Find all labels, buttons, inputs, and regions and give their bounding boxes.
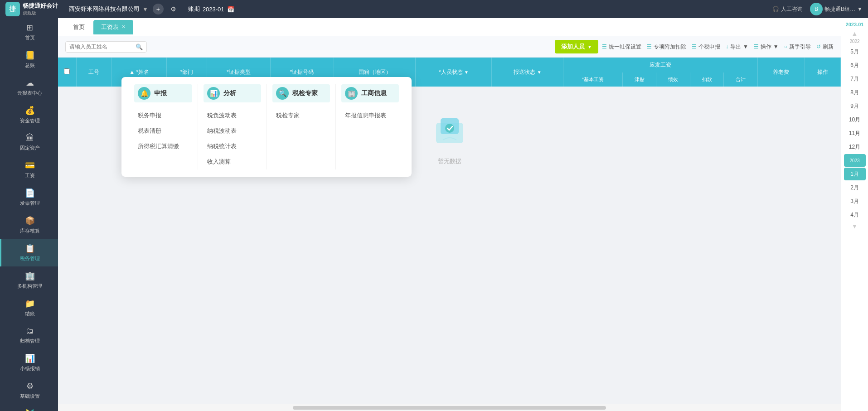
toolbar-actions: ☰ 统一社保设置 ☰ 专项附加扣除 ☰ 个税申报 ↓ <box>602 43 834 51</box>
calendar-icon[interactable]: 📅 <box>227 6 234 13</box>
ledger-icon: 📒 <box>25 50 35 60</box>
sidebar-item-assets[interactable]: 🏛 固定资产 <box>0 129 58 156</box>
settings-icon: ⚙ <box>26 381 34 391</box>
cal-month-11[interactable]: 11月 <box>844 127 866 140</box>
sidebar-item-home[interactable]: ⊞ 首页 <box>0 18 58 46</box>
col-basic-salary: *基本工资 <box>563 73 622 87</box>
operate-button[interactable]: ☰ 操作 ▼ <box>754 43 779 51</box>
headset-icon: 🎧 <box>772 6 779 12</box>
empty-icon <box>432 114 468 150</box>
social-icon: ☰ <box>602 44 607 50</box>
menu-item-税务申报[interactable]: 税务申报 <box>134 108 192 123</box>
sidebar-item-archive[interactable]: 🗂 归档管理 <box>0 322 58 349</box>
special-icon: ☰ <box>647 44 652 50</box>
empty-text: 暂无数据 <box>438 157 461 165</box>
archive-icon: 🗂 <box>26 326 34 336</box>
cal-month-4[interactable]: 4月 <box>844 208 866 221</box>
cloud-icon: ☁ <box>26 78 34 88</box>
support-button[interactable]: 🎧 人工咨询 <box>772 5 803 13</box>
col-allowance: 津贴 <box>622 73 656 87</box>
chevron-down-icon[interactable]: ▼ <box>142 6 148 13</box>
tab-home[interactable]: 首页 <box>65 20 92 34</box>
add-button[interactable]: + <box>153 4 164 15</box>
menu-section-header-申报: 🔔 申报 <box>134 84 192 102</box>
sidebar-item-multi[interactable]: 🏢 多机构管理 <box>0 266 58 294</box>
menu-item-纳税统计表[interactable]: 纳税统计表 <box>204 139 261 154</box>
cal-month-9[interactable]: 9月 <box>844 100 866 112</box>
filter-icon[interactable]: ▼ <box>537 70 542 75</box>
cal-month-8[interactable]: 8月 <box>844 86 866 99</box>
menu-item-收入测算[interactable]: 收入测算 <box>204 154 261 169</box>
tax-report-icon: ☰ <box>692 44 697 50</box>
sidebar: ⊞ 首页 📒 总账 ☁ 云报表中心 💰 资金管理 🏛 固定资产 💳 工资 <box>0 18 58 411</box>
menu-item-税负波动表[interactable]: 税负波动表 <box>204 108 261 123</box>
guide-icon: ○ <box>784 44 787 50</box>
avatar: B <box>810 3 823 15</box>
menu-section-分析: 📊 分析 税负波动表 纳税波动表 纳税统计表 收入测算 <box>198 84 267 169</box>
social-settings-button[interactable]: ☰ 统一社保设置 <box>602 43 641 51</box>
menu-item-所得税汇算清缴[interactable]: 所得税汇算清缴 <box>134 139 192 154</box>
add-person-button[interactable]: 添加人员 ▼ <box>555 40 598 53</box>
cal-month-2[interactable]: 2月 <box>844 181 866 194</box>
cal-month-7[interactable]: 7月 <box>844 73 866 85</box>
toolbar: 🔍 添加人员 ▼ ☰ 统一社保设置 ☰ 专项附加扣除 <box>58 36 841 58</box>
menu-item-税表清册[interactable]: 税表清册 <box>134 123 192 139</box>
sidebar-item-funds[interactable]: 💰 资金管理 <box>0 101 58 129</box>
cal-down-icon[interactable]: ▼ <box>851 222 859 231</box>
scrollbar-thumb[interactable] <box>293 406 606 410</box>
sidebar-item-report[interactable]: 📊 小畅报销 <box>0 349 58 377</box>
filter-icon[interactable]: ▼ <box>464 70 469 75</box>
tax-report-button[interactable]: ☰ 个税申报 <box>692 43 720 51</box>
horizontal-scrollbar[interactable] <box>58 404 841 411</box>
menu-section-header-税检: 🔍 税检专家 <box>272 84 330 102</box>
period-selector[interactable]: 账期 2023-01 📅 <box>188 5 234 13</box>
menu-item-年报信息申报表[interactable]: 年报信息申报表 <box>341 108 399 123</box>
sidebar-item-close[interactable]: 📁 结账 <box>0 294 58 322</box>
home-icon: ⊞ <box>26 23 33 33</box>
col-pension: 养老费 <box>757 58 805 87</box>
menu-section-header-工商: 🏢 工商信息 <box>341 84 399 102</box>
menu-item-纳税波动表[interactable]: 纳税波动表 <box>204 123 261 139</box>
tax-icon: 📋 <box>25 243 35 253</box>
check-all-checkbox[interactable] <box>64 68 70 74</box>
inventory-icon: 📦 <box>25 216 35 226</box>
search-wrap[interactable]: 🔍 <box>65 41 147 53</box>
sidebar-item-tax[interactable]: 📋 税务管理 <box>0 239 58 266</box>
cal-month-3[interactable]: 3月 <box>844 195 866 208</box>
svg-point-2 <box>445 124 454 133</box>
top-actions: 🎧 人工咨询 B 畅捷通B组… ▼ <box>772 3 863 15</box>
guide-button[interactable]: ○ 新手引导 <box>784 43 811 51</box>
special-deduction-button[interactable]: ☰ 专项附加扣除 <box>647 43 686 51</box>
tab-close-icon[interactable]: ✕ <box>121 24 126 30</box>
cal-month-10[interactable]: 10月 <box>844 113 866 126</box>
cal-month-1-active[interactable]: 1月 <box>844 168 866 180</box>
tab-home-label: 首页 <box>73 23 85 31</box>
settings-icon[interactable]: ⚙ <box>168 4 179 15</box>
guide-icon: 🔰 <box>25 409 35 411</box>
operate-icon: ☰ <box>754 44 759 50</box>
company-selector[interactable]: 西安虾米网络科技有限公司 ▼ <box>69 5 148 13</box>
export-button[interactable]: ↓ 导出 ▼ <box>726 43 748 51</box>
refresh-button[interactable]: ↺ 刷新 <box>816 43 834 51</box>
cal-up-icon[interactable]: ▲ <box>851 29 859 38</box>
col-submit-status: 报送状态 ▼ <box>492 58 563 87</box>
check-all-header[interactable] <box>58 58 76 87</box>
tab-salary[interactable]: 工资表 ✕ <box>93 20 133 34</box>
sidebar-item-salary[interactable]: 💳 工资 <box>0 156 58 184</box>
menu-item-税检专家[interactable]: 税检专家 <box>272 108 330 123</box>
search-input[interactable] <box>69 44 133 50</box>
cal-month-12[interactable]: 12月 <box>844 140 866 153</box>
cal-month-5[interactable]: 5月 <box>844 45 866 58</box>
sidebar-item-invoice[interactable]: 📄 发票管理 <box>0 184 58 211</box>
menu-section-申报: 🔔 申报 税务申报 税表清册 所得税汇算清缴 <box>129 84 198 169</box>
col-deduction: 扣款 <box>690 73 723 87</box>
sidebar-item-basic[interactable]: ⚙ 基础设置 <box>0 377 58 404</box>
tab-salary-label: 工资表 <box>101 23 119 31</box>
user-menu[interactable]: B 畅捷通B组… ▼ <box>810 3 863 15</box>
sidebar-item-ledger[interactable]: 📒 总账 <box>0 46 58 73</box>
cal-month-6[interactable]: 6月 <box>844 59 866 72</box>
sidebar-item-inventory[interactable]: 📦 库存核算 <box>0 211 58 239</box>
sidebar-item-cloud[interactable]: ☁ 云报表中心 <box>0 73 58 101</box>
calendar-header: 2023.01 <box>846 20 864 29</box>
sidebar-item-newguide[interactable]: 🔰 新手引导 <box>0 404 58 411</box>
